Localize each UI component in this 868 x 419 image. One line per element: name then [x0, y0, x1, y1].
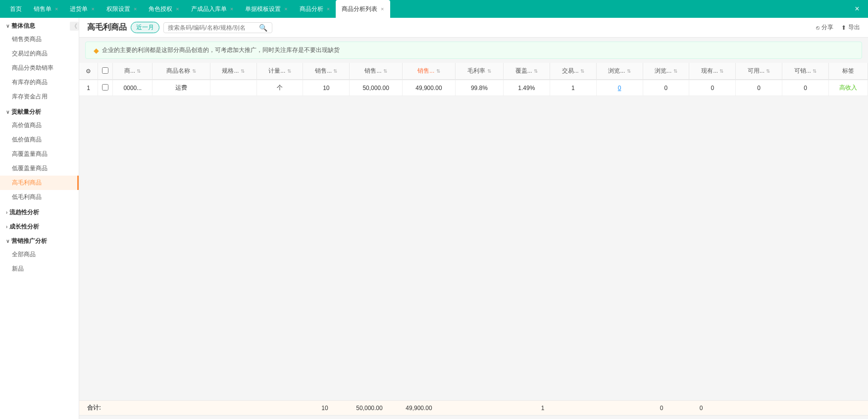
cell-seq: 1 — [79, 80, 98, 96]
sidebar-group-growth[interactable]: › 成长性分析 — [0, 219, 79, 233]
content-area: 高毛利商品 近一月 🔍 ⎋ 分享 ⬆ 导出 ◆ 企业的主要的利润都是这部分商品创… — [79, 18, 868, 419]
nav-finished-goods[interactable]: 产成品入库单 × — [185, 0, 239, 18]
close-analysis-list[interactable]: × — [381, 6, 384, 12]
search-icon[interactable]: 🔍 — [259, 24, 267, 32]
th-unit[interactable]: 计量... ⇅ — [256, 63, 303, 80]
export-button[interactable]: ⬆ 导出 — [841, 23, 860, 32]
info-text: 企业的主要的利润都是这部分商品创造的，可考虑加大推广，同时关注库存是不要出现缺货 — [102, 46, 340, 54]
sidebar-item-high-coverage[interactable]: 高覆盖量商品 — [0, 147, 79, 161]
sidebar-group-marketing[interactable]: ∨ 营销推广分析 — [0, 233, 79, 247]
sidebar-item-stock-capital[interactable]: 库存资金占用 — [0, 90, 79, 104]
group-arrow-trend: › — [6, 210, 7, 215]
close-purchase-order[interactable]: × — [91, 6, 94, 12]
top-navigation: 首页 销售单 × 进货单 × 权限设置 × 角色授权 × 产成品入库单 × 单据… — [0, 0, 868, 18]
cell-checkbox[interactable] — [98, 80, 113, 96]
sidebar-group-trend[interactable]: › 流趋性分析 — [0, 204, 79, 219]
footer-sales-profit: 49,900.00 — [394, 405, 444, 412]
select-all-checkbox[interactable] — [102, 67, 108, 74]
th-coverage[interactable]: 覆盖... ⇅ — [503, 63, 550, 80]
cell-stock-saleable: 0 — [782, 80, 829, 96]
period-button[interactable]: 近一月 — [131, 22, 159, 33]
close-product-analysis[interactable]: × — [327, 6, 330, 12]
cell-views1[interactable]: 0 — [596, 80, 643, 96]
group-arrow-overall: ∨ — [6, 23, 9, 29]
sidebar-item-all-goods[interactable]: 全部商品 — [0, 247, 79, 262]
sidebar-item-low-value[interactable]: 低价值商品 — [0, 133, 79, 147]
info-icon: ◆ — [94, 47, 99, 54]
th-settings[interactable]: ⚙ — [79, 63, 98, 80]
share-button[interactable]: ⎋ 分享 — [816, 23, 833, 32]
cell-sales-count: 10 — [303, 80, 350, 96]
share-icon: ⎋ — [816, 24, 819, 31]
nav-analysis-list[interactable]: 商品分析列表 × — [336, 0, 390, 18]
row-checkbox[interactable] — [102, 84, 108, 91]
sidebar-collapse-button[interactable]: 《 — [70, 22, 79, 31]
sidebar-item-low-margin[interactable]: 低毛利商品 — [0, 190, 79, 204]
th-stock-saleable[interactable]: 可销... ⇅ — [782, 63, 829, 80]
footer-sales-count: 10 — [305, 405, 345, 412]
page-title: 高毛利商品 — [87, 22, 127, 33]
nav-product-analysis[interactable]: 商品分析 × — [294, 0, 336, 18]
th-code[interactable]: 商... ⇅ — [113, 63, 153, 80]
scrollbar-area[interactable] — [79, 415, 868, 419]
data-table-wrapper[interactable]: ⚙ 商... ⇅ 商品名称 ⇅ 规格... ⇅ 计量... ⇅ 销售... ⇅ … — [79, 63, 868, 400]
header-actions: ⎋ 分享 ⬆ 导出 — [816, 23, 860, 32]
footer-summary-bar: 合计: 10 50,000.00 49,900.00 1 0 0 — [79, 400, 868, 415]
search-input[interactable] — [168, 24, 257, 31]
th-transactions[interactable]: 交易... ⇅ — [550, 63, 596, 80]
footer-sales-amount: 50,000.00 — [345, 405, 394, 412]
footer-stock-available: 0 — [681, 405, 721, 412]
th-views1[interactable]: 浏览... ⇅ — [596, 63, 643, 80]
sidebar-item-category-rate[interactable]: 商品分类助销率 — [0, 61, 79, 75]
group-arrow-contribution: ∨ — [6, 109, 9, 115]
th-name[interactable]: 商品名称 ⇅ — [153, 63, 210, 80]
th-sales-amount[interactable]: 销售... ⇅ — [350, 63, 403, 80]
cell-stock-available: 0 — [736, 80, 782, 96]
export-icon: ⬆ — [841, 24, 846, 31]
nav-permission-settings[interactable]: 权限设置 × — [101, 0, 143, 18]
cell-sales-amount: 50,000.00 — [350, 80, 403, 96]
sidebar-item-high-value[interactable]: 高价值商品 — [0, 118, 79, 133]
cell-transactions: 1 — [550, 80, 596, 96]
sidebar-item-traded-goods[interactable]: 交易过的商品 — [0, 47, 79, 61]
footer-transactions: 1 — [523, 405, 562, 412]
table-row: 1 0000... 运费 个 10 50,000.00 49,900.00 99… — [79, 80, 868, 96]
search-box: 🔍 — [163, 22, 272, 33]
nav-home[interactable]: 首页 — [4, 0, 28, 18]
info-banner: ◆ 企业的主要的利润都是这部分商品创造的，可考虑加大推广，同时关注库存是不要出现… — [85, 42, 862, 59]
cell-code: 0000... — [113, 80, 153, 96]
th-stock-available[interactable]: 可用... ⇅ — [736, 63, 782, 80]
sidebar: 《 ∨ 整体信息 销售类商品 交易过的商品 商品分类助销率 有库存的商品 库存资… — [0, 18, 79, 419]
nav-template-settings[interactable]: 单据模板设置 × — [239, 0, 293, 18]
th-views2[interactable]: 浏览... ⇅ — [643, 63, 689, 80]
close-finished-goods[interactable]: × — [230, 6, 233, 12]
sidebar-item-sales-goods[interactable]: 销售类商品 — [0, 32, 79, 47]
group-arrow-growth: › — [6, 224, 7, 230]
sidebar-group-overall[interactable]: ∨ 整体信息 — [0, 18, 79, 32]
close-role-auth[interactable]: × — [176, 6, 179, 12]
close-template[interactable]: × — [284, 6, 287, 12]
nav-role-auth[interactable]: 角色授权 × — [143, 0, 185, 18]
sidebar-group-contribution[interactable]: ∨ 贡献量分析 — [0, 104, 79, 118]
sidebar-item-low-coverage[interactable]: 低覆盖量商品 — [0, 161, 79, 176]
close-permission[interactable]: × — [134, 6, 137, 12]
cell-spec — [210, 80, 256, 96]
th-sales-count[interactable]: 销售... ⇅ — [303, 63, 350, 80]
th-spec[interactable]: 规格... ⇅ — [210, 63, 256, 80]
th-checkbox[interactable] — [98, 63, 113, 80]
table-header-row: ⚙ 商... ⇅ 商品名称 ⇅ 规格... ⇅ 计量... ⇅ 销售... ⇅ … — [79, 63, 868, 80]
window-close-button[interactable]: × — [850, 2, 864, 16]
sidebar-item-in-stock-goods[interactable]: 有库存的商品 — [0, 75, 79, 90]
content-header: 高毛利商品 近一月 🔍 ⎋ 分享 ⬆ 导出 — [79, 18, 868, 38]
th-stock-current[interactable]: 现有... ⇅ — [689, 63, 736, 80]
cell-tag: 高收入 — [828, 80, 868, 96]
nav-sales-order[interactable]: 销售单 × — [28, 0, 64, 18]
th-sales-profit[interactable]: 销售... ⇅ — [403, 63, 456, 80]
th-gross-margin[interactable]: 毛利率 ⇅ — [455, 63, 503, 80]
th-tag: 标签 — [828, 63, 868, 80]
cell-gross-margin: 99.8% — [455, 80, 503, 96]
close-sales-order[interactable]: × — [55, 6, 58, 12]
sidebar-item-high-margin[interactable]: 高毛利商品 — [0, 176, 79, 190]
sidebar-item-new-products[interactable]: 新品 — [0, 262, 79, 276]
nav-purchase-order[interactable]: 进货单 × — [64, 0, 100, 18]
